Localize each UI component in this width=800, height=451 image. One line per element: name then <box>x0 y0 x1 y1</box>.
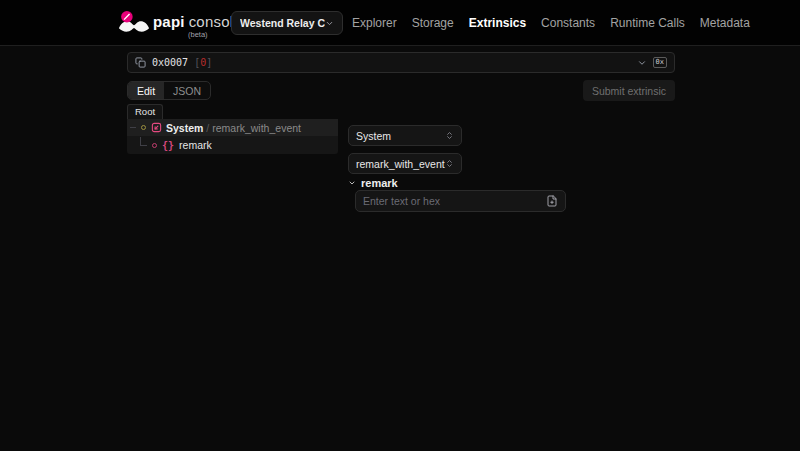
tree-field-label: remark <box>179 139 212 151</box>
chevron-down-icon[interactable] <box>637 58 647 68</box>
submit-extrinsic-button[interactable]: Submit extrinsic <box>583 80 675 101</box>
call-data-hex-value: 0x0007 [0] <box>152 57 212 68</box>
tab-json[interactable]: JSON <box>164 82 210 99</box>
tree-row-remark-field[interactable]: {} remark <box>127 136 338 154</box>
hex-prefix: 0x0007 <box>152 57 188 68</box>
view-mode-tabs: Edit JSON <box>127 81 211 100</box>
nav-metadata[interactable]: Metadata <box>700 16 750 30</box>
chevrons-up-down-icon <box>445 131 454 140</box>
call-tree-panel: System / remark_with_event {} remark <box>127 119 338 154</box>
call-data-hex-field[interactable]: 0x0007 [0] 0x <box>127 52 675 73</box>
call-icon <box>151 122 162 133</box>
tree-pallet-label: System <box>166 122 203 134</box>
tree-connector-line <box>130 127 136 128</box>
remark-field-label: remark <box>361 177 398 189</box>
braces-icon: {} <box>162 140 174 151</box>
tree-row-call[interactable]: System / remark_with_event <box>127 119 338 136</box>
tree-separator: / <box>206 122 209 134</box>
call-select-value: remark_with_event <box>356 158 445 170</box>
remark-accordion-header[interactable]: remark <box>348 176 398 189</box>
tree-call-label: remark_with_event <box>212 122 301 134</box>
file-upload-icon[interactable] <box>546 195 558 207</box>
remark-input-wrap <box>355 190 566 212</box>
call-select[interactable]: remark_with_event <box>348 153 462 174</box>
tree-node-dot <box>152 143 157 148</box>
hex-mode-toggle[interactable]: 0x <box>653 57 667 68</box>
tree-root-tab[interactable]: Root <box>127 104 163 119</box>
extrinsics-page: 0x0007 [0] 0x Edit JSON Submit extrinsic… <box>127 0 675 451</box>
remark-input[interactable] <box>363 195 541 207</box>
copy-icon[interactable] <box>135 57 146 68</box>
chevron-down-icon <box>348 179 356 187</box>
pallet-select-value: System <box>356 130 391 142</box>
hex-bracket-close: ] <box>206 57 212 68</box>
tree-node-dot <box>141 125 146 130</box>
pallet-select[interactable]: System <box>348 125 462 146</box>
tab-edit[interactable]: Edit <box>128 82 164 99</box>
tree-elbow-connector <box>140 137 147 146</box>
chevrons-up-down-icon <box>445 159 454 168</box>
